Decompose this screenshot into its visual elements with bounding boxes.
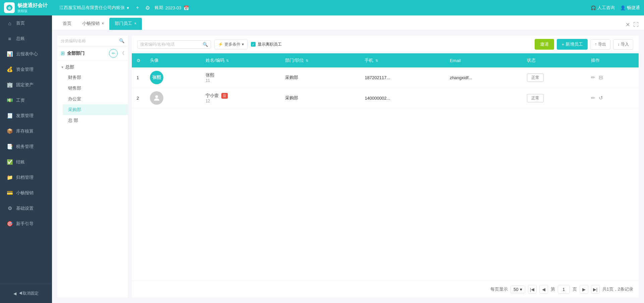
th-name-code[interactable]: 姓名/编码 ⇅ — [201, 53, 280, 67]
period-info: 账期 2023-03 📅 — [155, 5, 189, 11]
dept-group-root[interactable]: ▼ 总部 — [57, 62, 128, 72]
dept-all-label[interactable]: 全部部门 — [67, 50, 107, 56]
search-icon[interactable]: 🔍 — [203, 42, 208, 47]
dept-item-finance[interactable]: 财务部 — [63, 72, 128, 83]
dept-finance-label: 财务部 — [68, 74, 81, 81]
page-input[interactable] — [558, 285, 570, 294]
row1-logout-icon[interactable]: ⊟ — [599, 74, 603, 81]
page-prev-btn[interactable]: ◀ — [539, 285, 548, 294]
employee-search-box: 🔍 — [137, 40, 211, 49]
close-window-btn[interactable]: ✕ — [626, 21, 630, 28]
toolbar-right: 邀请 + 新增员工 ↑ 导出 ↓ 导入 — [535, 39, 633, 50]
import-btn[interactable]: ↓ 导入 — [613, 39, 633, 50]
user-menu[interactable]: 👤 畅捷通 — [620, 5, 640, 11]
row2-name: 宁小壹 — [206, 93, 219, 99]
sidebar-label-invoice: 发票管理 — [16, 113, 34, 119]
settings-button[interactable]: ⚙ — [143, 3, 153, 13]
sidebar-label-settings: 基础设置 — [16, 205, 34, 211]
per-page-value: 50 — [514, 287, 518, 292]
tab-employees-close[interactable]: × — [134, 21, 137, 26]
row1-phone: 187202117... — [360, 67, 445, 88]
dept-item-office[interactable]: 办公室 — [63, 94, 128, 104]
sidebar-item-funds[interactable]: 💰 资金管理 — [0, 62, 52, 77]
th-phone[interactable]: 手机 ⇅ — [360, 53, 445, 67]
gear-icon[interactable]: ⚙ — [137, 58, 141, 63]
logo-text-area: 畅捷通好会计 旗舰版 — [17, 2, 48, 13]
row2-status: 正常 — [522, 88, 586, 108]
main-layout: ⌂ 首页 ≡ 总账 📊 云报表中心 💰 资金管理 🏢 固定资产 💵 工资 🧾 发… — [0, 15, 644, 303]
show-resigned-checkbox[interactable]: ✓ — [251, 42, 256, 47]
tab-expense[interactable]: 小畅报销 × — [77, 18, 109, 30]
th-settings: ⚙ — [132, 53, 145, 67]
sidebar-item-assets[interactable]: 🏢 固定资产 — [0, 77, 52, 93]
support-label: 人工咨询 — [597, 5, 615, 11]
cancel-fixed-btn[interactable]: ◀ ◀取消固定 — [0, 287, 52, 300]
company-selector[interactable]: 江西服宝精品有限责任公司内账张 ▾ — [56, 3, 132, 12]
payroll-icon: 💵 — [7, 97, 13, 103]
dept-item-sales[interactable]: 销售部 — [63, 83, 128, 94]
filter-icon: ⚡ — [218, 42, 223, 47]
right-panel: 🔍 ⚡ 更多条件 ▾ ✓ 显示离职员工 邀请 — [132, 36, 639, 298]
sidebar-item-inventory[interactable]: 📦 库存核算 — [0, 123, 52, 139]
filter-arrow: ▾ — [242, 42, 244, 47]
svg-text:会: 会 — [7, 6, 11, 10]
avatar-ningxiaoyi — [150, 91, 163, 105]
page-first-btn[interactable]: |◀ — [528, 285, 537, 294]
dept-tree-group: 财务部 销售部 办公室 采购部 — [57, 72, 128, 126]
dept-search-icon[interactable]: 🔍 — [119, 38, 124, 43]
dropdown-icon: ▾ — [127, 5, 129, 10]
add-button[interactable]: + — [132, 3, 143, 13]
right-toolbar: 🔍 ⚡ 更多条件 ▾ ✓ 显示离职员工 邀请 — [132, 36, 639, 53]
row2-code: 12 — [206, 99, 276, 103]
row1-email: zhangxidf... — [445, 67, 523, 88]
sidebar-label-ledger: 总账 — [16, 36, 25, 42]
row1-edit-icon[interactable]: ✏ — [591, 74, 595, 81]
sidebar-item-guide[interactable]: 🎯 新手引导 — [0, 216, 52, 232]
tab-expense-close[interactable]: × — [102, 21, 104, 26]
dept-collapse-btn[interactable]: 《 — [120, 50, 124, 56]
sidebar-item-ledger[interactable]: ≡ 总账 — [0, 31, 52, 46]
tab-home[interactable]: 首页 — [57, 18, 77, 30]
sidebar-item-reports[interactable]: 📊 云报表中心 — [0, 46, 52, 62]
row1-name: 张熙 — [206, 72, 276, 78]
dept-edit-btn[interactable]: ✏ — [109, 49, 118, 58]
row2-edit-icon[interactable]: ✏ — [591, 95, 595, 101]
dept-search-input[interactable] — [61, 39, 117, 43]
page-last-btn[interactable]: ▶| — [591, 285, 600, 294]
ledger-icon: ≡ — [7, 36, 13, 42]
sidebar-item-settings[interactable]: ⚙ 基础设置 — [0, 201, 52, 216]
tab-employees-label: 部门员工 — [115, 20, 132, 27]
dept-item-purchase[interactable]: 采购部 — [63, 104, 128, 115]
table-row: 1 张熙 张熙 11 采购部 187202117... — [132, 67, 639, 88]
row2-refresh-icon[interactable]: ↺ — [599, 95, 603, 101]
show-resigned-toggle[interactable]: ✓ 显示离职员工 — [251, 42, 282, 47]
headset-icon: 🎧 — [591, 5, 596, 10]
sidebar-item-home[interactable]: ⌂ 首页 — [0, 15, 52, 31]
tab-employees[interactable]: 部门员工 × — [109, 18, 142, 30]
sidebar-item-payroll[interactable]: 💵 工资 — [0, 93, 52, 108]
employee-search-input[interactable] — [140, 42, 201, 47]
maximize-btn[interactable]: ⛶ — [633, 22, 639, 28]
export-btn[interactable]: ↑ 导出 — [590, 39, 610, 50]
calendar-icon[interactable]: 📅 — [183, 5, 189, 10]
filter-label: 更多条件 — [224, 42, 240, 47]
guide-icon: 🎯 — [7, 221, 13, 227]
sidebar-item-tax[interactable]: 📑 税务管理 — [0, 139, 52, 154]
filter-btn[interactable]: ⚡ 更多条件 ▾ — [214, 40, 248, 49]
th-dept-position[interactable]: 部门/职位 ⇅ — [280, 53, 360, 67]
dept-item-headquarters[interactable]: 总 部 — [63, 115, 128, 126]
sidebar-item-invoice[interactable]: 🧾 发票管理 — [0, 108, 52, 123]
support-btn[interactable]: 🎧 人工咨询 — [591, 5, 615, 11]
invite-btn[interactable]: 邀请 — [535, 39, 554, 50]
dept-office-label: 办公室 — [68, 96, 81, 102]
sidebar-label-closing: 结账 — [16, 159, 25, 165]
add-employee-btn[interactable]: + 新增员工 — [557, 39, 588, 50]
total-info: 共1页，2条记录 — [602, 286, 633, 292]
svg-point-2 — [155, 95, 158, 98]
sidebar-item-expense[interactable]: 💳 小畅报销 — [0, 185, 52, 201]
sidebar-item-closing[interactable]: ✅ 结账 — [0, 154, 52, 170]
sidebar-label-home: 首页 — [16, 20, 25, 26]
page-next-btn[interactable]: ▶ — [580, 285, 588, 294]
sidebar-item-archive[interactable]: 📁 归档管理 — [0, 170, 52, 185]
per-page-select[interactable]: 50 ▾ — [511, 286, 525, 293]
